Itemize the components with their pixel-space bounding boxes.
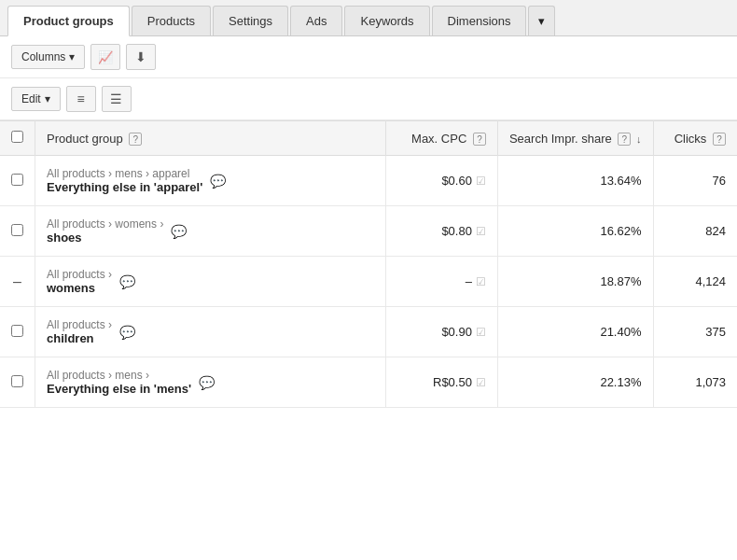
- columns-button[interactable]: Columns ▾: [11, 45, 85, 69]
- cpc-edit-icon[interactable]: ☑: [476, 225, 486, 238]
- cpc-value: R$0.50: [433, 375, 472, 389]
- max-cpc-cell: –☑: [385, 257, 497, 307]
- clicks-help-icon[interactable]: ?: [713, 133, 726, 146]
- tab-keywords[interactable]: Keywords: [344, 6, 429, 35]
- clicks-cell: 76: [653, 156, 737, 206]
- table-row: All products › mens ›Everything else in …: [0, 357, 737, 408]
- line-chart-icon: 📈: [98, 50, 113, 64]
- product-group-name[interactable]: Everything else in 'apparel': [47, 180, 202, 194]
- line-chart-button[interactable]: 📈: [90, 44, 120, 70]
- search-impr-share-help-icon[interactable]: ?: [618, 133, 631, 146]
- row-checkbox-cell: [0, 156, 35, 206]
- search-impr-share-cell: 22.13%: [497, 357, 653, 408]
- tab-products[interactable]: Products: [132, 6, 211, 35]
- search-impr-share-cell: 16.62%: [497, 206, 653, 257]
- product-group-name[interactable]: womens: [47, 281, 112, 295]
- sort-desc-icon[interactable]: ↓: [636, 133, 642, 145]
- product-groups-table: Product group ? Max. CPC ? Search Impr. …: [0, 120, 737, 408]
- toolbar-row-1: Columns ▾ 📈 ⬇: [0, 36, 737, 78]
- columns-label: Columns: [21, 50, 65, 63]
- edit-chevron-icon: ▾: [45, 92, 50, 105]
- product-group-path: All products › mens ›: [47, 369, 191, 382]
- row-checkbox-cell: [0, 206, 35, 257]
- columns-chevron-icon: ▾: [69, 50, 75, 63]
- comment-icon[interactable]: 💬: [119, 325, 135, 340]
- search-impr-share-cell: 13.64%: [497, 156, 653, 206]
- list-view-button[interactable]: ☰: [102, 86, 132, 112]
- max-cpc-cell: $0.80☑: [385, 206, 497, 257]
- clicks-cell: 375: [653, 307, 737, 357]
- comment-icon[interactable]: 💬: [210, 174, 226, 189]
- cpc-edit-icon[interactable]: ☑: [476, 175, 486, 188]
- table-row: All products › mens › apparelEverything …: [0, 156, 737, 206]
- data-table-wrap: Product group ? Max. CPC ? Search Impr. …: [0, 120, 737, 408]
- row-checkbox-cell: [0, 307, 35, 357]
- expand-minus-icon[interactable]: –: [13, 273, 21, 289]
- search-impr-share-cell: 18.87%: [497, 257, 653, 307]
- select-all-header[interactable]: [0, 121, 35, 156]
- product-group-cell: All products › mens › apparelEverything …: [35, 156, 386, 206]
- tab-product-groups[interactable]: Product groups: [7, 6, 130, 36]
- row-checkbox[interactable]: [11, 224, 23, 236]
- cpc-edit-icon[interactable]: ☑: [476, 326, 486, 339]
- filter-icon: ≡: [77, 91, 85, 106]
- edit-label: Edit: [21, 92, 41, 105]
- max-cpc-help-icon[interactable]: ?: [473, 133, 486, 146]
- row-checkbox[interactable]: [11, 375, 23, 387]
- comment-icon[interactable]: 💬: [199, 375, 215, 390]
- tab-settings[interactable]: Settings: [213, 6, 288, 35]
- tab-more-button[interactable]: ▾: [528, 6, 555, 35]
- clicks-cell: 4,124: [653, 257, 737, 307]
- cpc-value: $0.60: [441, 174, 472, 188]
- table-row: All products ›children💬$0.90☑21.40%375: [0, 307, 737, 357]
- row-checkbox-cell: –: [0, 257, 35, 307]
- comment-icon[interactable]: 💬: [119, 274, 135, 289]
- cpc-edit-icon[interactable]: ☑: [476, 376, 486, 389]
- max-cpc-cell: $0.60☑: [385, 156, 497, 206]
- clicks-cell: 824: [653, 206, 737, 257]
- product-group-path: All products › womens ›: [47, 217, 163, 231]
- search-impr-share-cell: 21.40%: [497, 307, 653, 357]
- table-row: All products › womens ›shoes💬$0.80☑16.62…: [0, 206, 737, 257]
- search-impr-share-header: Search Impr. share ? ↓: [497, 121, 653, 156]
- select-all-checkbox[interactable]: [11, 131, 23, 143]
- product-group-cell: All products › womens ›shoes💬: [35, 206, 386, 257]
- product-group-path: All products ›: [47, 318, 112, 331]
- clicks-header: Clicks ?: [653, 121, 737, 156]
- comment-icon[interactable]: 💬: [171, 224, 187, 239]
- download-icon: ⬇: [135, 49, 146, 64]
- table-row: –All products ›womens💬–☑18.87%4,124: [0, 257, 737, 307]
- product-group-help-icon[interactable]: ?: [129, 133, 142, 146]
- product-group-path: All products › mens › apparel: [47, 167, 202, 180]
- tab-dimensions[interactable]: Dimensions: [432, 6, 527, 35]
- product-group-cell: All products ›womens💬: [35, 257, 386, 307]
- edit-button[interactable]: Edit ▾: [11, 87, 61, 111]
- download-button[interactable]: ⬇: [126, 44, 156, 70]
- filter-button[interactable]: ≡: [66, 86, 96, 112]
- row-checkbox-cell: [0, 357, 35, 408]
- cpc-value: $0.90: [441, 325, 472, 339]
- max-cpc-cell: R$0.50☑: [385, 357, 497, 408]
- cpc-value: –: [466, 274, 472, 288]
- toolbar-row-2: Edit ▾ ≡ ☰: [0, 78, 737, 120]
- product-group-name[interactable]: shoes: [47, 231, 163, 245]
- cpc-value: $0.80: [441, 224, 472, 238]
- product-group-cell: All products ›children💬: [35, 307, 386, 357]
- row-checkbox[interactable]: [11, 325, 23, 337]
- cpc-edit-icon[interactable]: ☑: [476, 275, 486, 288]
- product-group-path: All products ›: [47, 268, 112, 281]
- product-group-name[interactable]: Everything else in 'mens': [47, 382, 191, 396]
- tab-bar: Product groups Products Settings Ads Key…: [0, 0, 737, 36]
- product-group-name[interactable]: children: [47, 331, 112, 345]
- max-cpc-header: Max. CPC ?: [385, 121, 497, 156]
- row-checkbox[interactable]: [11, 174, 23, 186]
- list-icon: ☰: [110, 91, 122, 106]
- clicks-cell: 1,073: [653, 357, 737, 408]
- tab-ads[interactable]: Ads: [290, 6, 342, 35]
- max-cpc-cell: $0.90☑: [385, 307, 497, 357]
- product-group-cell: All products › mens ›Everything else in …: [35, 357, 386, 408]
- product-group-header: Product group ?: [35, 121, 386, 156]
